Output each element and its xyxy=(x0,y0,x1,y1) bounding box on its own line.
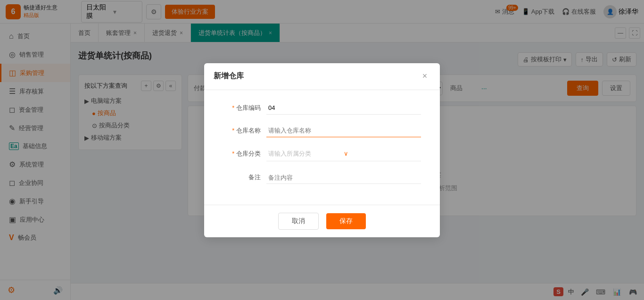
required-mark: * xyxy=(232,104,234,111)
category-dropdown-arrow: ∨ xyxy=(344,150,419,157)
note-input[interactable] xyxy=(266,171,421,184)
form-row-code: * 仓库编码 xyxy=(223,101,421,115)
warehouse-code-input[interactable] xyxy=(266,101,421,115)
save-button[interactable]: 保存 xyxy=(326,213,366,229)
modal-overlay: 新增仓库 × * 仓库编码 * 仓库名称 xyxy=(0,0,644,300)
form-row-name: * 仓库名称 xyxy=(223,124,421,137)
name-label: * 仓库名称 xyxy=(223,126,261,135)
category-label: * 仓库分类 xyxy=(223,150,261,158)
modal-body: * 仓库编码 * 仓库名称 * 仓库分类 请输入所属 xyxy=(204,90,440,205)
form-row-category: * 仓库分类 请输入所属分类 ∨ xyxy=(223,147,421,161)
modal-footer: 取消 保存 xyxy=(204,205,440,237)
warehouse-name-input[interactable] xyxy=(266,124,421,137)
form-row-note: 备注 xyxy=(223,171,421,184)
required-mark: * xyxy=(232,127,234,134)
code-label: * 仓库编码 xyxy=(223,104,261,112)
category-placeholder: 请输入所属分类 xyxy=(268,150,344,158)
modal-title: 新增仓库 xyxy=(214,71,244,81)
modal-header: 新增仓库 × xyxy=(204,63,440,90)
modal-close-button[interactable]: × xyxy=(419,71,430,82)
note-label: 备注 xyxy=(223,173,261,182)
warehouse-category-select[interactable]: 请输入所属分类 ∨ xyxy=(266,147,421,161)
required-mark: * xyxy=(232,150,234,157)
cancel-button[interactable]: 取消 xyxy=(278,213,319,230)
add-warehouse-modal: 新增仓库 × * 仓库编码 * 仓库名称 xyxy=(204,63,440,237)
